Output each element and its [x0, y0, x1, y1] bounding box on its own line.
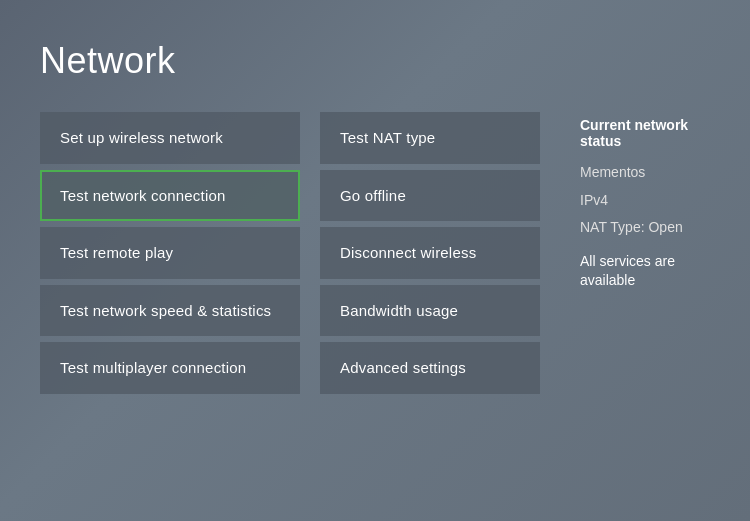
- menu-item-bandwidth-usage[interactable]: Bandwidth usage: [320, 285, 540, 337]
- status-nat-type: NAT Type: Open: [580, 218, 710, 238]
- right-column: Current network status Mementos IPv4 NAT…: [560, 112, 710, 394]
- middle-column: Test NAT type Go offline Disconnect wire…: [320, 112, 540, 394]
- menu-item-setup-wireless[interactable]: Set up wireless network: [40, 112, 300, 164]
- network-status-section: Current network status Mementos IPv4 NAT…: [580, 112, 710, 291]
- page-title: Network: [40, 40, 710, 82]
- status-network-name: Mementos: [580, 163, 710, 183]
- menu-item-advanced-settings[interactable]: Advanced settings: [320, 342, 540, 394]
- status-title: Current network status: [580, 117, 710, 149]
- status-services: All services are available: [580, 252, 710, 291]
- menu-item-disconnect-wireless[interactable]: Disconnect wireless: [320, 227, 540, 279]
- menu-item-test-remote[interactable]: Test remote play: [40, 227, 300, 279]
- menu-item-go-offline[interactable]: Go offline: [320, 170, 540, 222]
- menu-item-test-nat[interactable]: Test NAT type: [320, 112, 540, 164]
- content-area: Set up wireless network Test network con…: [40, 112, 710, 394]
- menu-item-test-connection[interactable]: Test network connection: [40, 170, 300, 222]
- menu-item-test-speed[interactable]: Test network speed & statistics: [40, 285, 300, 337]
- left-column: Set up wireless network Test network con…: [40, 112, 300, 394]
- menu-item-test-multiplayer[interactable]: Test multiplayer connection: [40, 342, 300, 394]
- page-container: Network Set up wireless network Test net…: [0, 0, 750, 521]
- status-ip-type: IPv4: [580, 191, 710, 211]
